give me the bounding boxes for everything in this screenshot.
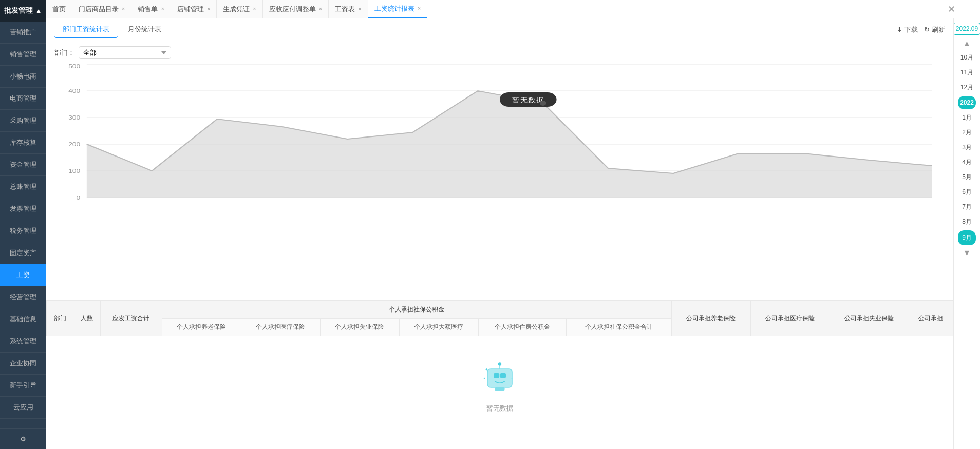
col-dept: 部门 — [47, 301, 73, 336]
col-personal-total: 个人承担社保公积金合计 — [566, 319, 671, 336]
svg-text:500: 500 — [68, 64, 80, 70]
tab-店铺管理[interactable]: 店铺管理× — [171, 0, 217, 18]
timeline-items: 10月11月12月20221月2月3月4月5月6月7月8月9月 — [955, 50, 979, 246]
tab-close-销售单[interactable]: × — [161, 6, 164, 12]
timeline-down-icon[interactable]: ▼ — [961, 246, 973, 260]
tab-工资统计报表[interactable]: 工资统计报表× — [368, 0, 427, 18]
sub-tab-bar: 部门工资统计表月份统计表 ⬇ 下载 ↻ 刷新 — [46, 18, 953, 41]
sub-tab-部门工资统计表[interactable]: 部门工资统计表 — [54, 22, 118, 38]
chart-tooltip: 暂无数据 — [512, 96, 544, 103]
tab-close-工资统计报表[interactable]: × — [418, 6, 421, 11]
sidebar-header[interactable]: 批发管理 ▲ — [0, 0, 46, 22]
col-personal-housing: 个人承担住房公积金 — [478, 319, 566, 336]
col-personal-pension: 个人承担养老保险 — [162, 319, 241, 336]
data-table: 部门 人数 应发工资合计 个人承担社保公积金 公司承担养老保险 公司承担医疗保险… — [46, 301, 953, 336]
timeline-item-2022[interactable]: 2022 — [958, 96, 976, 109]
timeline-item-1月[interactable]: 1月 — [955, 110, 979, 125]
timeline-item-8月[interactable]: 8月 — [955, 214, 979, 229]
col-company-unemploy: 公司承担失业保险 — [830, 301, 909, 336]
col-personal-medical: 个人承担医疗保险 — [241, 319, 320, 336]
svg-text:0: 0 — [77, 194, 81, 201]
tab-close-应收应付调整单[interactable]: × — [319, 6, 322, 12]
tab-销售单[interactable]: 销售单× — [131, 0, 171, 18]
col-personal-group: 个人承担社保公积金 — [162, 301, 671, 319]
timeline-item-9月[interactable]: 9月 — [958, 230, 976, 245]
refresh-label: 刷新 — [932, 25, 945, 34]
sidebar-item-销售管理[interactable]: 销售管理 — [0, 44, 46, 66]
col-company-pension: 公司承担养老保险 — [671, 301, 750, 336]
col-company-other: 公司承担 — [909, 301, 953, 336]
sidebar-item-发票管理[interactable]: 发票管理 — [0, 198, 46, 220]
timeline-item-5月[interactable]: 5月 — [955, 170, 979, 185]
sidebar-toggle-icon: ▲ — [35, 7, 42, 15]
timeline-item-11月[interactable]: 11月 — [955, 65, 979, 80]
sidebar-item-企业协同[interactable]: 企业协同 — [0, 353, 46, 375]
dept-label: 部门： — [54, 48, 74, 57]
filter-bar: 部门： 全部 — [46, 41, 953, 64]
sidebar-item-基础信息[interactable]: 基础信息 — [0, 308, 46, 330]
close-tab-icon[interactable]: ✕ — [948, 4, 955, 15]
tab-首页[interactable]: 首页 — [46, 0, 72, 18]
tab-应收应付调整单[interactable]: 应收应付调整单× — [263, 0, 329, 18]
tab-items: 首页门店商品目录×销售单×店铺管理×生成凭证×应收应付调整单×工资表×工资统计报… — [46, 0, 427, 18]
tab-门店商品目录[interactable]: 门店商品目录× — [72, 0, 131, 18]
chart-container: 0 100 200 300 400 500 暂无数据 — [46, 64, 953, 300]
tab-工资表[interactable]: 工资表× — [329, 0, 368, 18]
sidebar-item-经营管理[interactable]: 经营管理 — [0, 286, 46, 308]
svg-text:200: 200 — [68, 141, 80, 147]
svg-rect-14 — [500, 373, 506, 378]
timeline-date-header: 2022.09 — [953, 23, 980, 35]
svg-rect-13 — [494, 373, 499, 378]
refresh-icon: ↻ — [924, 26, 930, 33]
svg-text:✦: ✦ — [483, 377, 485, 380]
tab-close-工资表[interactable]: × — [358, 6, 361, 12]
timeline-item-6月[interactable]: 6月 — [955, 185, 979, 200]
sub-tab-月份统计表[interactable]: 月份统计表 — [120, 22, 169, 38]
download-button[interactable]: ⬇ 下载 — [897, 25, 918, 34]
sidebar-item-总账管理[interactable]: 总账管理 — [0, 176, 46, 198]
sidebar-item-采购管理[interactable]: 采购管理 — [0, 110, 46, 132]
col-personal-unemploy: 个人承担失业保险 — [320, 319, 399, 336]
sidebar-item-营销推广[interactable]: 营销推广 — [0, 22, 46, 44]
col-salary-total: 应发工资合计 — [100, 301, 162, 336]
col-people: 人数 — [73, 301, 100, 336]
sidebar-item-小畅电商[interactable]: 小畅电商 — [0, 66, 46, 88]
tab-生成凭证[interactable]: 生成凭证× — [217, 0, 262, 18]
sidebar-item-工资[interactable]: 工资 — [0, 264, 46, 286]
sidebar-item-资金管理[interactable]: 资金管理 — [0, 154, 46, 176]
timeline-item-12月[interactable]: 12月 — [955, 80, 979, 95]
sidebar-items: 营销推广销售管理小畅电商电商管理采购管理库存核算资金管理总账管理发票管理税务管理… — [0, 22, 46, 419]
timeline-item-7月[interactable]: 7月 — [955, 200, 979, 214]
col-personal-bigmedical: 个人承担大额医疗 — [399, 319, 478, 336]
table-container[interactable]: 部门 人数 应发工资合计 个人承担社保公积金 公司承担养老保险 公司承担医疗保险… — [46, 300, 953, 449]
chart-svg: 0 100 200 300 400 500 暂无数据 — [54, 64, 945, 218]
timeline-panel: 2022.09 ▲ 10月11月12月20221月2月3月4月5月6月7月8月9… — [953, 18, 980, 449]
dept-select[interactable]: 全部 — [79, 46, 171, 59]
tab-close-店铺管理[interactable]: × — [207, 6, 210, 12]
timeline-item-10月[interactable]: 10月 — [955, 50, 979, 65]
refresh-button[interactable]: ↻ 刷新 — [924, 25, 945, 34]
timeline-up-icon[interactable]: ▲ — [961, 37, 973, 50]
tab-close-门店商品目录[interactable]: × — [122, 6, 125, 12]
tab-close-生成凭证[interactable]: × — [253, 6, 256, 12]
sidebar-item-新手引导[interactable]: 新手引导 — [0, 375, 46, 397]
content-area: 部门工资统计表月份统计表 ⬇ 下载 ↻ 刷新 部门： 全部 — [46, 18, 980, 449]
sidebar: 批发管理 ▲ 营销推广销售管理小畅电商电商管理采购管理库存核算资金管理总账管理发… — [0, 0, 46, 449]
svg-text:300: 300 — [68, 114, 80, 121]
chart-dot — [540, 101, 546, 106]
tab-bar-actions: ✕ — [948, 4, 959, 15]
timeline-item-4月[interactable]: 4月 — [955, 155, 979, 170]
col-company-medical: 公司承担医疗保险 — [750, 301, 830, 336]
sidebar-item-库存核算[interactable]: 库存核算 — [0, 132, 46, 154]
sidebar-item-系统管理[interactable]: 系统管理 — [0, 330, 46, 353]
svg-rect-12 — [487, 369, 512, 387]
sidebar-item-固定资产[interactable]: 固定资产 — [0, 242, 46, 264]
sidebar-footer-gear[interactable]: ⚙ — [0, 428, 46, 449]
timeline-item-2月[interactable]: 2月 — [955, 125, 979, 140]
sidebar-item-税务管理[interactable]: 税务管理 — [0, 220, 46, 242]
sidebar-item-云应用[interactable]: 云应用 — [0, 397, 46, 419]
timeline-item-3月[interactable]: 3月 — [955, 140, 979, 155]
download-icon: ⬇ — [897, 26, 902, 33]
svg-point-16 — [498, 362, 501, 365]
sidebar-item-电商管理[interactable]: 电商管理 — [0, 88, 46, 110]
